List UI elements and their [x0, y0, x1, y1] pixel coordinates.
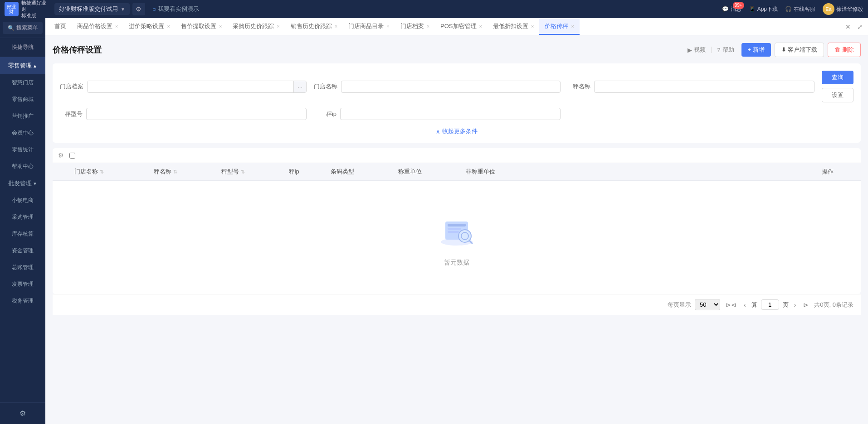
scale-model-input[interactable] [86, 108, 307, 120]
sidebar-item-smart-store[interactable]: 智慧门店 [0, 74, 45, 91]
tab-close-sale-price[interactable]: × [219, 24, 222, 29]
query-button[interactable]: 查询 [822, 71, 853, 84]
delete-button[interactable]: 🗑 删除 [828, 43, 861, 57]
th-scale-model: 秤型号 ⇅ [216, 163, 283, 181]
empty-icon [434, 208, 479, 253]
filter-scale-model: 秤型号 [60, 108, 307, 120]
demo-link[interactable]: ○ 我要看实例演示 [152, 5, 199, 13]
user-menu-button[interactable]: Ea 徐泽华修改 [823, 3, 863, 15]
store-file-input-wrapper: ··· [87, 81, 307, 93]
tab-pos-management[interactable]: POS加密管理 × [435, 19, 488, 35]
add-button[interactable]: + 新增 [741, 43, 771, 57]
next-page-button[interactable]: › [792, 300, 798, 309]
sidebar-item-inventory[interactable]: 库存核算 [0, 226, 45, 242]
tab-close-store-file[interactable]: × [427, 24, 429, 29]
store-name-input[interactable] [341, 81, 561, 93]
page-unit-label: 页 [783, 301, 789, 309]
th-scale-name: 秤名称 ⇅ [148, 163, 216, 181]
tab-bar: 首页 商品价格设置 × 进价策略设置 × 售价提取设置 × 采购历史价跟踪 × [45, 18, 868, 35]
sidebar-item-wholesale-management[interactable]: 批发管理 ▼ [0, 175, 45, 192]
help-link[interactable]: ? 帮助 [717, 46, 734, 54]
page-number-input[interactable] [761, 299, 779, 310]
sidebar-item-purchase-management[interactable]: 采购管理 [0, 209, 45, 226]
sidebar-item-marketing[interactable]: 营销推广 [0, 108, 45, 125]
tab-close-purchase-strategy[interactable]: × [167, 24, 170, 29]
sort-icon[interactable]: ⇅ [241, 169, 245, 175]
table-header: 门店名称 ⇅ 秤名称 ⇅ [53, 163, 861, 181]
sort-icon[interactable]: ⇅ [100, 169, 104, 175]
tab-product-price[interactable]: 商品价格设置 × [72, 19, 123, 35]
download-button[interactable]: ⬇ 客户端下载 [775, 43, 824, 57]
header-settings-button[interactable]: ⚙ [132, 3, 145, 15]
table-settings-button[interactable]: ⚙ [58, 152, 64, 159]
last-page-button[interactable]: ⊳ [801, 300, 810, 309]
message-button[interactable]: 💬 消息 99+ [722, 5, 741, 13]
tab-close-purchase-history[interactable]: × [277, 24, 279, 29]
version-selector-text: 好业财标准版交付试用 [59, 5, 118, 13]
sidebar-item-invoice[interactable]: 发票管理 [0, 276, 45, 293]
filter-scale-ip: 秤ip [314, 108, 561, 120]
table-body: 暂元数据 [53, 181, 861, 294]
tab-price-scale[interactable]: 价格传秤 × [539, 19, 579, 35]
tab-min-discount[interactable]: 最低折扣设置 × [488, 19, 539, 35]
tab-close-sales-history[interactable]: × [335, 24, 337, 29]
svg-rect-2 [448, 224, 466, 226]
online-service-button[interactable]: 🎧 在线客服 [785, 5, 815, 13]
store-file-input[interactable] [88, 81, 293, 92]
version-selector[interactable]: 好业财标准版交付试用 ▼ [54, 3, 130, 15]
scale-ip-input[interactable] [340, 108, 561, 120]
settings-button[interactable]: 设置 [822, 88, 853, 102]
sidebar-item-ecommerce[interactable]: 小畅电商 [0, 192, 45, 209]
svg-rect-4 [448, 231, 459, 233]
page-header-help: ▶ 视频 ? 帮助 [688, 46, 734, 54]
avatar: Ea [823, 3, 834, 15]
tab-purchase-history[interactable]: 采购历史价跟踪 × [227, 19, 285, 35]
quick-nav-button[interactable]: 快捷导航 [0, 41, 45, 54]
data-table: 门店名称 ⇅ 秤名称 ⇅ [53, 163, 861, 294]
tab-purchase-strategy[interactable]: 进价策略设置 × [123, 19, 175, 35]
table-header-row: 门店名称 ⇅ 秤名称 ⇅ [53, 163, 861, 181]
tab-sales-history[interactable]: 销售历史价跟踪 × [285, 19, 343, 35]
first-page-button[interactable]: ⊳⊲ [724, 300, 738, 309]
prev-page-button[interactable]: ‹ [742, 300, 748, 309]
store-file-btn[interactable]: ··· [293, 81, 306, 92]
sort-icon[interactable]: ⇅ [173, 169, 177, 175]
sidebar-item-retail-mall[interactable]: 零售商城 [0, 91, 45, 108]
sidebar-item-retail-management[interactable]: 零售管理 ▲ [0, 57, 45, 74]
tab-maximize-button[interactable]: ⤢ [855, 21, 864, 32]
sidebar-item-retail-stats[interactable]: 零售统计 [0, 141, 45, 158]
video-help-link[interactable]: ▶ 视频 [688, 46, 706, 54]
tab-close-store-catalog[interactable]: × [386, 24, 389, 29]
tab-close-all-button[interactable]: ✕ [844, 21, 853, 32]
tab-home[interactable]: 首页 [49, 19, 72, 35]
search-icon: 🔍 [8, 25, 15, 31]
sidebar-item-help-center[interactable]: 帮助中心 [0, 158, 45, 175]
tab-store-file[interactable]: 门店档案 × [395, 19, 435, 35]
select-all-checkbox[interactable] [69, 153, 75, 159]
sidebar-item-member-center[interactable]: 会员中心 [0, 125, 45, 141]
store-file-label: 门店档案 [60, 82, 83, 91]
tab-close-product-price[interactable]: × [115, 24, 118, 29]
filter-row-2: 秤型号 秤ip [60, 108, 853, 120]
tab-sale-price[interactable]: 售价提取设置 × [176, 19, 227, 35]
app-download-button[interactable]: 📱 App下载 [749, 5, 778, 13]
page-header: 价格传秤设置 ▶ 视频 ? 帮助 [53, 43, 861, 57]
play-icon: ▶ [688, 47, 692, 53]
tab-close-pos-management[interactable]: × [479, 24, 482, 29]
tab-close-price-scale[interactable]: × [571, 24, 574, 29]
table-empty-row: 暂元数据 [53, 181, 861, 294]
sidebar-item-general-ledger[interactable]: 总账管理 [0, 259, 45, 276]
data-card: ⚙ 门店名称 ⇅ [53, 148, 861, 294]
search-menu-button[interactable]: 🔍 搜索菜单 [3, 22, 43, 34]
sidebar-item-tax[interactable]: 税务管理 [0, 293, 45, 309]
tab-close-min-discount[interactable]: × [531, 24, 534, 29]
sidebar: 🔍 搜索菜单 快捷导航 零售管理 ▲ 智慧门店 零售商城 [0, 18, 45, 424]
filter-collapse-button[interactable]: ∧ 收起更多条件 [436, 127, 478, 135]
app-logo: 好业财 畅捷通好业财 标准版 [5, 0, 50, 19]
scale-name-input[interactable] [594, 81, 814, 93]
tab-store-catalog[interactable]: 门店商品目录 × [343, 19, 395, 35]
sidebar-settings-button[interactable]: ⚙ [17, 406, 29, 420]
scale-model-label: 秤型号 [60, 110, 83, 118]
page-size-select[interactable]: 50 20 100 [695, 299, 720, 310]
sidebar-item-finance[interactable]: 资金管理 [0, 242, 45, 259]
